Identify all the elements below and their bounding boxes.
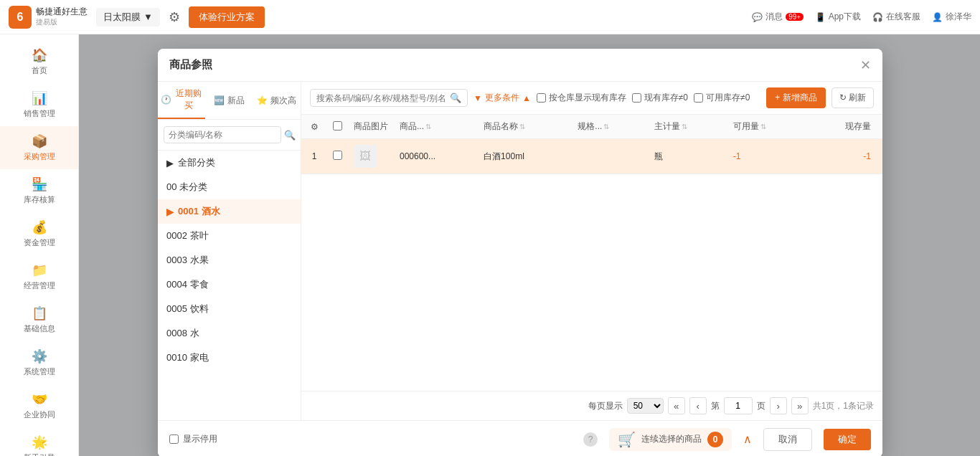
- logo-icon: 6: [9, 6, 32, 29]
- cat-item-1[interactable]: ▶ 0001 酒水: [158, 199, 301, 224]
- product-content-panel: 🔍 ▼ 更多条件 ▲ 按仓库显示现有库存: [301, 82, 882, 420]
- sidebar-item-management[interactable]: 📁 经营管理: [0, 255, 78, 298]
- row-checkbox[interactable]: [333, 151, 342, 160]
- select-all-checkbox[interactable]: [333, 121, 342, 130]
- management-icon: 📁: [32, 262, 47, 278]
- toolbar-right: + 新增商品 ↻ 刷新: [766, 87, 874, 108]
- top-nav: 6 畅捷通好生意 捷易版 日太阳膜 ▼ ⚙ 体验行业方案 💬 消息 99+ 📱 …: [0, 0, 980, 34]
- confirm-btn[interactable]: 确定: [824, 429, 871, 450]
- cat-item-5[interactable]: 0005 饮料: [158, 297, 301, 321]
- row-avail: -1: [727, 139, 806, 174]
- sidebar-item-system[interactable]: ⚙️ 系统管理: [0, 341, 78, 384]
- user-btn[interactable]: 👤 徐泽华: [932, 11, 971, 23]
- headset-icon: 🎧: [872, 12, 883, 22]
- avail-check-label[interactable]: 可用库存≠0: [694, 92, 750, 104]
- logo-area: 6 畅捷通好生意 捷易版: [9, 6, 88, 29]
- table-row[interactable]: 1 🖼 000600... 白酒100ml: [301, 139, 882, 174]
- row-name: 白酒100ml: [478, 139, 572, 174]
- sidebar-item-finance[interactable]: 💰 资金管理: [0, 212, 78, 255]
- cat-item-all[interactable]: ▶ 全部分类: [158, 151, 301, 175]
- warehouse-checkbox[interactable]: [537, 93, 546, 103]
- finance-icon: 💰: [32, 219, 47, 235]
- sidebar-item-collab[interactable]: 🤝 企业协同: [0, 384, 78, 427]
- category-panel: 🕐 近期购买 🆕 新品 ⭐ 频次高: [158, 82, 301, 420]
- purchase-icon: 📦: [32, 133, 47, 149]
- stock-check-label[interactable]: 现有库存≠0: [632, 92, 688, 104]
- col-name-header[interactable]: 商品名称⇅: [478, 115, 572, 139]
- msg-btn[interactable]: 💬 消息 99+: [752, 11, 803, 23]
- cat-tab-new[interactable]: 🆕 新品: [205, 82, 253, 119]
- content-area: 商品参照 ✕ 🕐 近期购买 🆕 新品: [79, 34, 980, 456]
- sidebar-item-sales[interactable]: 📊 销售管理: [0, 83, 78, 126]
- category-search-input[interactable]: [164, 126, 281, 143]
- user-avatar: 👤: [932, 12, 943, 22]
- service-btn[interactable]: 🎧 在线客服: [872, 11, 920, 23]
- product-table: ⚙ 商品图片 商品...⇅ 商品名称⇅: [301, 115, 882, 174]
- modal-footer: 显示停用 ? 🛒 连续选择的商品 0 ∧ 取消 确定: [158, 420, 882, 456]
- page-suffix: 页: [757, 400, 765, 412]
- system-icon: ⚙️: [32, 348, 47, 364]
- cat-1-arrow: ▶: [166, 206, 174, 217]
- help-icon[interactable]: ?: [583, 432, 598, 447]
- avail-checkbox[interactable]: [694, 93, 703, 103]
- product-search-icon[interactable]: 🔍: [450, 92, 461, 103]
- footer-collapse-btn[interactable]: ∧: [743, 432, 752, 446]
- col-settings[interactable]: ⚙: [301, 115, 327, 139]
- category-search-icon[interactable]: 🔍: [284, 130, 296, 141]
- cat-item-3[interactable]: 0003 水果: [158, 248, 301, 272]
- basic-icon: 📋: [32, 305, 47, 321]
- filter-arrow-icon: ▲: [522, 93, 531, 103]
- warehouse-check-label[interactable]: 按仓库显示现有库存: [537, 92, 626, 104]
- add-product-btn[interactable]: + 新增商品: [766, 87, 825, 108]
- nav-dropdown-arrow: ▼: [143, 11, 153, 22]
- col-stock-header[interactable]: 现存量: [806, 115, 882, 139]
- page-input[interactable]: [724, 397, 753, 414]
- guide-icon: 🌟: [32, 434, 47, 450]
- cat-item-2[interactable]: 0002 茶叶: [158, 224, 301, 248]
- modal-header: 商品参照 ✕: [158, 49, 882, 82]
- sidebar-item-guide[interactable]: 🌟 新手引导: [0, 427, 78, 456]
- refresh-btn[interactable]: ↻ 刷新: [831, 87, 874, 108]
- show-disabled-checkbox[interactable]: [169, 434, 179, 444]
- product-table-container: ⚙ 商品图片 商品...⇅ 商品名称⇅: [301, 115, 882, 391]
- cat-item-0[interactable]: 00 未分类: [158, 175, 301, 199]
- cat-item-4[interactable]: 0004 零食: [158, 272, 301, 297]
- more-filter-btn[interactable]: ▼ 更多条件 ▲: [473, 92, 531, 104]
- last-page-btn[interactable]: »: [791, 397, 809, 414]
- sidebar-item-basic[interactable]: 📋 基础信息: [0, 298, 78, 341]
- col-avail-header[interactable]: 可用量⇅: [727, 115, 806, 139]
- col-spec-header[interactable]: 规格...⇅: [572, 115, 648, 139]
- home-icon: 🏠: [32, 47, 47, 63]
- show-disabled-label[interactable]: 显示停用: [169, 433, 217, 445]
- logo-text: 畅捷通好生意: [36, 6, 88, 18]
- product-modal: 商品参照 ✕ 🕐 近期购买 🆕 新品: [158, 49, 882, 456]
- row-code: 000600...: [394, 139, 478, 174]
- row-spec: [572, 139, 648, 174]
- cat-tab-frequent[interactable]: ⭐ 频次高: [253, 82, 301, 119]
- row-unit: 瓶: [649, 139, 727, 174]
- modal-close-btn[interactable]: ✕: [860, 57, 871, 73]
- nav-dropdown[interactable]: 日太阳膜 ▼: [96, 8, 160, 27]
- cat-tab-recent[interactable]: 🕐 近期购买: [158, 82, 205, 119]
- col-unit-header[interactable]: 主计量⇅: [649, 115, 727, 139]
- cart-area[interactable]: 🛒 连续选择的商品 0: [609, 428, 732, 451]
- per-page-select[interactable]: 50 100 200: [627, 398, 664, 414]
- msg-icon: 💬: [752, 12, 763, 22]
- next-page-btn[interactable]: ›: [770, 397, 787, 414]
- app-download-btn[interactable]: 📱 App下载: [815, 11, 861, 23]
- cancel-btn[interactable]: 取消: [763, 428, 812, 451]
- page-info: 共1页，1条记录: [813, 400, 874, 412]
- sidebar-item-inventory[interactable]: 🏪 库存核算: [0, 169, 78, 212]
- sidebar-item-purchase[interactable]: 📦 采购管理: [0, 126, 78, 169]
- gear-icon[interactable]: ⚙: [169, 9, 180, 25]
- first-page-btn[interactable]: «: [668, 397, 685, 414]
- cat-item-6[interactable]: 0008 水: [158, 321, 301, 346]
- cat-item-7[interactable]: 0010 家电: [158, 346, 301, 370]
- prev-page-btn[interactable]: ‹: [689, 397, 707, 414]
- col-code-header[interactable]: 商品...⇅: [394, 115, 478, 139]
- row-img-cell: 🖼: [348, 139, 394, 174]
- sidebar-item-home[interactable]: 🏠 首页: [0, 40, 78, 83]
- trial-btn[interactable]: 体验行业方案: [189, 6, 265, 28]
- product-search-input[interactable]: [316, 93, 447, 103]
- stock-checkbox[interactable]: [632, 93, 641, 103]
